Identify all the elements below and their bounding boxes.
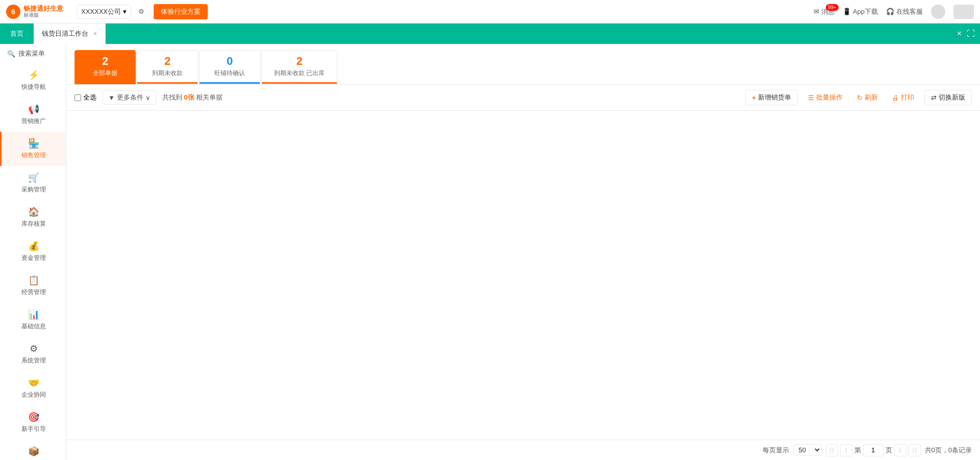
- footer: 每页显示 20 50 100 ⟨⟨ ⟨ 第 页 ⟩ ⟩⟩ 共0页，0条记录: [66, 440, 980, 460]
- tab-active-label: 钱货日清工作台: [42, 29, 88, 38]
- stat-tab-pending[interactable]: 0 旺铺待确认: [199, 50, 260, 84]
- window-close-button[interactable]: ×: [957, 29, 962, 38]
- stat-label-overdue: 到期未收款: [152, 69, 183, 78]
- first-page-button[interactable]: ⟨⟨: [826, 444, 838, 456]
- sidebar-item-enterprise[interactable]: 🤝 企业协同: [0, 371, 66, 405]
- phone-icon: 📱: [843, 8, 851, 15]
- sidebar-item-label: 营销推广: [21, 117, 46, 126]
- app-download-label: App下载: [853, 7, 878, 16]
- headset-icon: 🎧: [886, 8, 894, 15]
- message-badge: 99+: [826, 4, 839, 11]
- stat-number-overdue: 2: [164, 55, 170, 68]
- sidebar-item-finance[interactable]: 💰 资金管理: [0, 234, 66, 269]
- stat-tab-all[interactable]: 2 全部单据: [75, 50, 136, 84]
- new-sales-order-button[interactable]: + 新增销货单: [745, 90, 798, 105]
- batch-label: 批量操作: [816, 93, 843, 102]
- refresh-button[interactable]: ↻ 刷新: [853, 91, 882, 104]
- tab-home[interactable]: 首页: [0, 23, 34, 44]
- toolbar: 全选 ▼ 更多条件 ∨ 共找到 0张 相关单据 + 新增销货单 ☰ 批量操作: [66, 85, 980, 111]
- sidebar-item-label: 系统管理: [21, 356, 46, 365]
- header-right: ✉ 消息 99+ 📱 App下载 🎧 在线客服: [814, 5, 974, 19]
- sidebar: 🔍 搜索菜单 ⚡ 快捷导航 📢 营销推广 🏪 销售管理 🛒 采购管理 🏠 库存核…: [0, 44, 66, 460]
- select-all-input[interactable]: [75, 94, 81, 101]
- table-area: [66, 111, 980, 440]
- print-button[interactable]: 🖨 打印: [888, 91, 918, 104]
- sidebar-item-label: 销售管理: [21, 151, 46, 160]
- stats-tabs: 2 全部单据 2 到期未收款 0 旺铺待确认 2 到期未收款 已出库: [66, 44, 980, 85]
- new-btn-label: 新增销货单: [758, 93, 791, 102]
- filter-label: 更多条件: [117, 93, 143, 102]
- system-icon: ⚙: [30, 343, 38, 354]
- search-menu-item[interactable]: 🔍 搜索菜单: [0, 44, 66, 63]
- chevron-down-icon: ▾: [123, 8, 127, 15]
- switch-version-button[interactable]: ⇄ 切换新版: [924, 90, 972, 105]
- trial-button[interactable]: 体验行业方案: [154, 4, 208, 19]
- sidebar-item-app-center[interactable]: 📦 应用中心: [0, 440, 66, 460]
- last-page-button[interactable]: ⟩⟩: [909, 444, 921, 456]
- stat-tab-overdue[interactable]: 2 到期未收款: [137, 50, 198, 84]
- found-prefix: 共找到: [162, 93, 182, 101]
- settings-button[interactable]: ⚙: [134, 5, 149, 19]
- sidebar-item-quick-nav[interactable]: ⚡ 快捷导航: [0, 63, 66, 98]
- tab-right-icons: × ⛶: [957, 29, 980, 38]
- sidebar-item-system[interactable]: ⚙ 系统管理: [0, 337, 66, 371]
- app-center-icon: 📦: [28, 446, 39, 457]
- found-text: 共找到 0张 相关单据: [162, 93, 223, 102]
- sidebar-item-label: 基础信息: [21, 322, 46, 331]
- filter-button[interactable]: ▼ 更多条件 ∨: [103, 90, 156, 105]
- username-display[interactable]: [953, 5, 974, 19]
- refresh-icon: ↻: [857, 94, 863, 102]
- page-size-select[interactable]: 20 50 100: [793, 444, 822, 456]
- chevron-down-icon: ∨: [145, 94, 151, 102]
- toolbar-right: + 新增销货单 ☰ 批量操作 ↻ 刷新 🖨 打印 ⇄ 切换新版: [745, 90, 972, 105]
- select-all-label: 全选: [83, 93, 96, 102]
- switch-label: 切换新版: [939, 93, 965, 102]
- company-selector[interactable]: XXXXXX公司 ▾: [77, 5, 131, 19]
- page-number-input[interactable]: [863, 444, 884, 456]
- online-service-label: 在线客服: [896, 7, 923, 16]
- search-menu-label: 搜索菜单: [18, 49, 45, 58]
- batch-icon: ☰: [808, 94, 814, 102]
- stat-tab-shipped[interactable]: 2 到期未收款 已出库: [261, 50, 337, 84]
- content-area: 2 全部单据 2 到期未收款 0 旺铺待确认 2 到期未收款 已出库: [66, 44, 980, 460]
- sales-icon: 🏪: [28, 138, 39, 149]
- next-page-button[interactable]: ⟩: [894, 444, 906, 456]
- batch-operation-button[interactable]: ☰ 批量操作: [804, 91, 847, 104]
- window-expand-button[interactable]: ⛶: [967, 29, 975, 38]
- enterprise-icon: 🤝: [28, 377, 39, 389]
- prev-page-button[interactable]: ⟨: [840, 444, 852, 456]
- page-unit: 页: [886, 446, 892, 455]
- sidebar-item-marketing[interactable]: 📢 营销推广: [0, 98, 66, 132]
- tab-bar: 首页 钱货日清工作台 × × ⛶: [0, 23, 980, 44]
- stat-number-pending: 0: [227, 55, 233, 68]
- found-suffix: 相关单据: [196, 93, 223, 101]
- avatar[interactable]: [931, 5, 945, 19]
- purchase-icon: 🛒: [28, 172, 39, 183]
- tab-underline-all: [75, 82, 135, 84]
- select-all-checkbox[interactable]: 全选: [75, 93, 96, 102]
- sidebar-item-guide[interactable]: 🎯 新手引导: [0, 405, 66, 440]
- finance-icon: 💰: [28, 240, 39, 252]
- page-nav: ⟨⟨ ⟨ 第 页 ⟩ ⟩⟩: [826, 444, 921, 456]
- logo-area: 6 畅捷通好生意 标准版: [6, 5, 72, 19]
- sidebar-item-label: 经营管理: [21, 288, 46, 297]
- print-label: 打印: [901, 93, 914, 102]
- stat-label-shipped: 到期未收款 已出库: [274, 69, 325, 78]
- message-button[interactable]: ✉ 消息 99+: [814, 7, 835, 16]
- sidebar-item-purchase[interactable]: 🛒 采购管理: [0, 166, 66, 200]
- inventory-icon: 🏠: [28, 206, 39, 217]
- refresh-label: 刷新: [865, 93, 878, 102]
- sidebar-item-inventory[interactable]: 🏠 库存核算: [0, 200, 66, 234]
- plus-icon: +: [752, 94, 756, 102]
- tab-underline-overdue: [137, 82, 198, 84]
- tab-close-button[interactable]: ×: [93, 30, 97, 37]
- sidebar-item-sales[interactable]: 🏪 销售管理: [0, 132, 66, 166]
- stat-label-pending: 旺铺待确认: [214, 69, 245, 78]
- online-service-button[interactable]: 🎧 在线客服: [886, 7, 923, 16]
- tab-active[interactable]: 钱货日清工作台 ×: [34, 23, 106, 44]
- switch-icon: ⇄: [931, 94, 937, 102]
- app-download-button[interactable]: 📱 App下载: [843, 7, 878, 16]
- sidebar-item-operations[interactable]: 📋 经营管理: [0, 269, 66, 303]
- logo-icon: 6: [6, 5, 20, 19]
- sidebar-item-base-info[interactable]: 📊 基础信息: [0, 303, 66, 337]
